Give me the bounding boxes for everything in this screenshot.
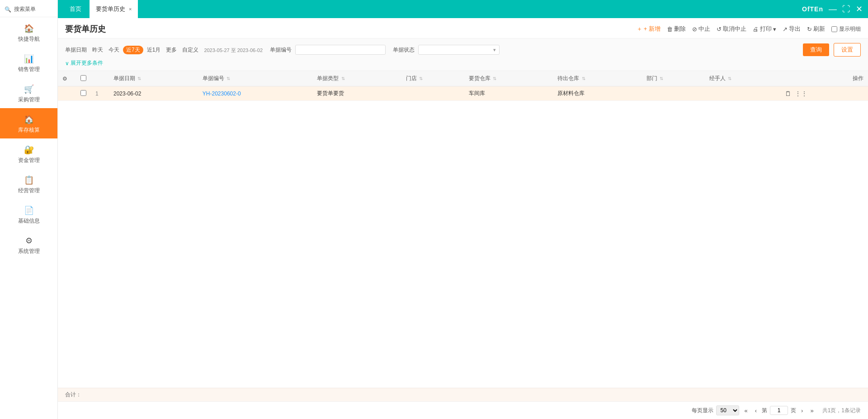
stop-button[interactable]: ⊘ 中止	[692, 25, 710, 33]
sidebar-item-label: 基础信息	[18, 217, 40, 225]
print-button[interactable]: 🖨 打印 ▾	[753, 25, 776, 33]
sidebar-item-system[interactable]: ⚙ 系统管理	[0, 229, 57, 260]
last-page-button[interactable]: »	[808, 406, 816, 415]
th-req-warehouse[interactable]: 要货仓库 ⇅	[464, 71, 553, 86]
brand-text: OfTEn	[802, 5, 823, 13]
row-checkbox[interactable]	[76, 86, 91, 101]
first-page-button[interactable]: «	[742, 406, 750, 415]
new-button[interactable]: ＋ + 新增	[637, 25, 660, 33]
sidebar-search-label: 搜索菜单	[14, 5, 36, 13]
sidebar-item-inventory[interactable]: 🏠 库存核算	[0, 108, 57, 138]
page-suffix: 页	[791, 407, 796, 414]
th-order-no[interactable]: 单据编号 ⇅	[198, 71, 312, 86]
topbar-right: OfTEn — ⛶ ✕	[802, 5, 863, 13]
per-page-select[interactable]: 50 10 20 100	[716, 405, 739, 415]
th-store[interactable]: 门店 ⇅	[401, 71, 464, 86]
print-icon: 🖨	[753, 26, 759, 33]
shortcut-custom[interactable]: 自定义	[180, 46, 200, 54]
shortcut-today[interactable]: 今天	[107, 46, 121, 54]
search-icon: 🔍	[5, 6, 11, 13]
date-filter-label: 单据日期	[65, 46, 87, 54]
th-checkbox[interactable]	[76, 71, 91, 86]
sort-icon-dept: ⇅	[660, 76, 663, 81]
show-detail-label: 显示明细	[839, 25, 861, 33]
summary-label: 合计：	[65, 391, 81, 399]
system-icon: ⚙	[25, 236, 33, 246]
delete-button[interactable]: 🗑 删除	[667, 25, 686, 33]
sort-icon-orderno: ⇅	[226, 76, 230, 81]
shortcut-1month[interactable]: 近1月	[145, 46, 163, 54]
settings-button[interactable]: 设置	[834, 43, 861, 57]
sort-icon-date: ⇅	[137, 76, 141, 81]
th-department[interactable]: 部门 ⇅	[642, 71, 705, 86]
th-handler[interactable]: 经手人 ⇅	[705, 71, 781, 86]
refresh-button[interactable]: ↻ 刷新	[807, 25, 825, 33]
sidebar-item-sales[interactable]: 📊 销售管理	[0, 48, 57, 78]
pagination: 每页显示 50 10 20 100 « ‹ 第 页 › » 共1页，1条记录	[58, 401, 868, 419]
status-select[interactable]	[418, 45, 500, 55]
sort-icon-store: ⇅	[419, 76, 423, 81]
prev-page-button[interactable]: ‹	[753, 406, 759, 415]
th-date[interactable]: 单据日期 ⇅	[109, 71, 198, 86]
order-no-input[interactable]	[295, 45, 386, 55]
sidebar-item-label: 库存核算	[18, 126, 40, 134]
sidebar-item-operations[interactable]: 📋 经营管理	[0, 169, 57, 199]
shortcut-yesterday[interactable]: 昨天	[90, 46, 105, 54]
sidebar-item-purchase[interactable]: 🛒 采购管理	[0, 78, 57, 108]
next-page-button[interactable]: ›	[799, 406, 805, 415]
status-label: 单据状态	[393, 46, 415, 54]
expand-more[interactable]: ∨ 展开更多条件	[65, 57, 861, 69]
cancel-stop-button[interactable]: ↺ 取消中止	[717, 25, 746, 33]
row-action-buttons: 🗒 ⋮⋮	[785, 90, 863, 97]
minimize-button[interactable]: —	[829, 5, 837, 13]
tab-home[interactable]: 首页	[63, 0, 88, 18]
th-action: 操作	[780, 71, 868, 86]
shortcut-7days[interactable]: 近7天	[123, 46, 143, 54]
row-department	[642, 86, 705, 101]
page-number-input[interactable]	[770, 406, 788, 415]
show-detail-checkbox[interactable]	[831, 26, 837, 32]
order-no-filter-group: 单据编号	[270, 45, 386, 55]
order-no-label: 单据编号	[270, 46, 292, 54]
sidebar-item-label: 经营管理	[18, 187, 40, 195]
row-order-no[interactable]: YH-20230602-0	[198, 86, 312, 101]
row-gear	[58, 86, 76, 101]
stop-icon: ⊘	[692, 26, 697, 33]
filter-row: 单据日期 昨天 今天 近7天 近1月 更多 自定义 2023-05-27 至 2…	[65, 43, 861, 57]
export-icon: ↗	[783, 26, 788, 33]
export-button[interactable]: ↗ 导出	[783, 25, 801, 33]
th-pending-warehouse[interactable]: 待出仓库 ⇅	[553, 71, 642, 86]
date-shortcuts: 昨天 今天 近7天 近1月 更多 自定义	[90, 46, 200, 54]
th-gear[interactable]: ⚙	[58, 71, 76, 86]
row-select-checkbox[interactable]	[80, 90, 86, 96]
sidebar-item-quick-nav[interactable]: 🏠 快捷导航	[0, 17, 57, 48]
tab-close-icon[interactable]: ×	[129, 6, 132, 12]
sidebar-search[interactable]: 🔍 搜索菜单	[0, 0, 57, 17]
status-select-wrapper	[418, 45, 500, 55]
sort-icon-pending-wh: ⇅	[582, 76, 585, 81]
tab-requisition-history[interactable]: 要货单历史 ×	[90, 0, 138, 18]
sort-icon-type: ⇅	[341, 76, 345, 81]
shortcut-more[interactable]: 更多	[164, 46, 179, 54]
sidebar-item-finance[interactable]: 🔐 资金管理	[0, 138, 57, 169]
row-num: 1	[91, 86, 109, 101]
page-label: 第	[762, 407, 767, 414]
row-action: 🗒 ⋮⋮	[780, 86, 868, 101]
order-no-link[interactable]: YH-20230602-0	[203, 90, 241, 97]
query-button[interactable]: 查询	[803, 43, 829, 56]
maximize-button[interactable]: ⛶	[842, 5, 850, 13]
th-order-type[interactable]: 单据类型 ⇅	[312, 71, 401, 86]
sidebar-item-basic-info[interactable]: 📄 基础信息	[0, 199, 57, 229]
basic-info-icon: 📄	[24, 205, 34, 215]
close-button[interactable]: ✕	[856, 5, 863, 13]
tab-home-label: 首页	[70, 5, 81, 13]
table-wrapper: ⚙ 单据日期 ⇅ 单据编号 ⇅	[58, 71, 868, 388]
cancel-stop-icon: ↺	[717, 26, 722, 33]
show-detail-checkbox-wrapper[interactable]: 显示明细	[831, 25, 861, 33]
select-all-checkbox[interactable]	[80, 75, 86, 81]
row-view-button[interactable]: 🗒	[785, 90, 791, 97]
sort-icon-req-wh: ⇅	[493, 76, 496, 81]
sidebar-item-label: 快捷导航	[18, 35, 40, 43]
requisition-table: ⚙ 单据日期 ⇅ 单据编号 ⇅	[58, 71, 868, 101]
row-more-button[interactable]: ⋮⋮	[795, 90, 807, 97]
